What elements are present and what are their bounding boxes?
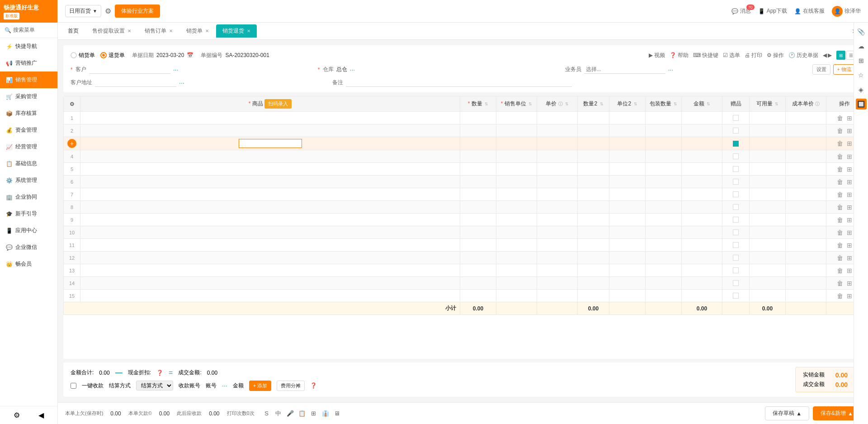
- message-btn[interactable]: 💬 70 消息: [731, 7, 751, 15]
- cost-cell[interactable]: [786, 163, 826, 176]
- unit2-cell[interactable]: [609, 239, 646, 252]
- price-cell[interactable]: [537, 137, 578, 150]
- settings-btn[interactable]: ⚙: [105, 7, 111, 15]
- pack-cell[interactable]: [646, 226, 682, 239]
- unit2-cell[interactable]: [609, 214, 646, 226]
- gift-checkbox[interactable]: [733, 293, 739, 299]
- experience-btn[interactable]: 体验行业方案: [115, 5, 160, 18]
- unit-cell[interactable]: [496, 176, 537, 188]
- pack-cell[interactable]: [646, 176, 682, 188]
- print-btn[interactable]: 🖨 打印: [745, 52, 762, 59]
- cost-cell[interactable]: [786, 290, 826, 302]
- price-cell[interactable]: [537, 226, 578, 239]
- qty-cell[interactable]: [460, 290, 496, 302]
- amount-cell[interactable]: [682, 290, 722, 302]
- add-item-btn[interactable]: + 添加: [249, 381, 271, 391]
- qty-sort[interactable]: ⇅: [485, 102, 488, 106]
- pack-cell[interactable]: [646, 188, 682, 201]
- gift-checkbox[interactable]: [733, 242, 739, 248]
- radio-return[interactable]: 退货单: [100, 52, 125, 59]
- avail-cell[interactable]: [750, 201, 786, 214]
- unit-cell[interactable]: [496, 252, 537, 264]
- amount-cell[interactable]: [682, 150, 722, 163]
- delete-row-btn[interactable]: 🗑: [837, 229, 843, 236]
- radio-delivery[interactable]: 销货单: [71, 52, 95, 59]
- amount-sort[interactable]: ⇅: [707, 102, 710, 106]
- cost-cell[interactable]: [786, 112, 826, 124]
- side-panel-btn-3[interactable]: ⊞: [856, 55, 867, 66]
- amount-cell[interactable]: [682, 277, 722, 290]
- unit2-cell[interactable]: [609, 264, 646, 277]
- cost-cell[interactable]: [786, 124, 826, 137]
- qty-cell[interactable]: [460, 176, 496, 188]
- avail-cell[interactable]: [750, 150, 786, 163]
- gift-cell[interactable]: [722, 226, 750, 239]
- side-panel-btn-1[interactable]: 📎: [856, 26, 867, 37]
- qty2-cell[interactable]: [578, 277, 609, 290]
- delete-row-btn[interactable]: 🗑: [837, 140, 843, 147]
- unit-cell[interactable]: [496, 150, 537, 163]
- sidebar-nav-item-purchase[interactable]: 🛒 采购管理: [0, 88, 57, 105]
- gift-checkbox[interactable]: [733, 141, 739, 147]
- copy-row-btn[interactable]: ⊞: [847, 204, 852, 211]
- copy-row-btn[interactable]: ⊞: [847, 280, 852, 287]
- qty-cell[interactable]: [460, 124, 496, 137]
- gift-checkbox[interactable]: [733, 267, 739, 273]
- unit2-cell[interactable]: [609, 163, 646, 176]
- price-cell[interactable]: [537, 188, 578, 201]
- avail-cell[interactable]: [750, 188, 786, 201]
- add-logistics-btn[interactable]: + 物流: [833, 64, 855, 75]
- tab-sale-delivery[interactable]: 销货单 ✕: [180, 24, 215, 38]
- service-btn[interactable]: 👤 在线客服: [794, 7, 825, 15]
- price-cell[interactable]: [537, 201, 578, 214]
- unit-cell[interactable]: [496, 201, 537, 214]
- unit-sort[interactable]: ⇅: [528, 102, 532, 106]
- tab-sale-price-close[interactable]: ✕: [127, 29, 131, 33]
- avail-cell[interactable]: [750, 112, 786, 124]
- delete-row-btn[interactable]: 🗑: [837, 292, 843, 300]
- product-cell[interactable]: [80, 277, 460, 290]
- price-cell[interactable]: [537, 150, 578, 163]
- unit-cell[interactable]: [496, 239, 537, 252]
- product-cell[interactable]: [80, 163, 460, 176]
- unit-cell[interactable]: [496, 112, 537, 124]
- product-cell[interactable]: [80, 150, 460, 163]
- qty-cell[interactable]: [460, 188, 496, 201]
- toolbar-icon-6[interactable]: 👔: [321, 409, 330, 419]
- pack-cell[interactable]: [646, 137, 682, 150]
- cost-cell[interactable]: [786, 277, 826, 290]
- product-cell[interactable]: [80, 239, 460, 252]
- delete-row-btn[interactable]: 🗑: [837, 280, 843, 287]
- qty2-cell[interactable]: [578, 214, 609, 226]
- cost-cell[interactable]: [786, 252, 826, 264]
- expense-info-icon[interactable]: ❓: [310, 382, 317, 389]
- avail-cell[interactable]: [750, 277, 786, 290]
- unit-cell[interactable]: [496, 137, 537, 150]
- avail-cell[interactable]: [750, 163, 786, 176]
- tab-sale-return-close[interactable]: ✕: [247, 29, 250, 33]
- history-btn[interactable]: 🕐 历史单据: [788, 52, 818, 59]
- qty-cell[interactable]: [460, 163, 496, 176]
- gift-cell[interactable]: [722, 290, 750, 302]
- unit-cell[interactable]: [496, 214, 537, 226]
- side-panel-btn-6[interactable]: 🔲: [856, 99, 867, 110]
- price-cell[interactable]: [537, 264, 578, 277]
- qty-cell[interactable]: [460, 150, 496, 163]
- expense-split-btn[interactable]: 费用分摊: [277, 381, 305, 391]
- side-panel-btn-2[interactable]: ☁: [856, 41, 867, 52]
- address-input[interactable]: [95, 78, 176, 87]
- copy-row-btn[interactable]: ⊞: [847, 127, 852, 134]
- amount-cell[interactable]: [682, 137, 722, 150]
- gift-cell[interactable]: [722, 163, 750, 176]
- sidebar-nav-item-enterprise[interactable]: 🏢 企业协同: [0, 189, 57, 205]
- unit-cell[interactable]: [496, 188, 537, 201]
- copy-row-btn[interactable]: ⊞: [847, 216, 852, 224]
- qty-cell[interactable]: [460, 226, 496, 239]
- amount-cell[interactable]: [682, 239, 722, 252]
- calendar-icon[interactable]: 📅: [187, 52, 193, 58]
- unit2-cell[interactable]: [609, 137, 646, 150]
- pack-cell[interactable]: [646, 214, 682, 226]
- warehouse-dots-btn[interactable]: ···: [350, 66, 355, 73]
- industry-select[interactable]: 日用百货 ▼: [65, 5, 101, 17]
- qty-cell[interactable]: [460, 214, 496, 226]
